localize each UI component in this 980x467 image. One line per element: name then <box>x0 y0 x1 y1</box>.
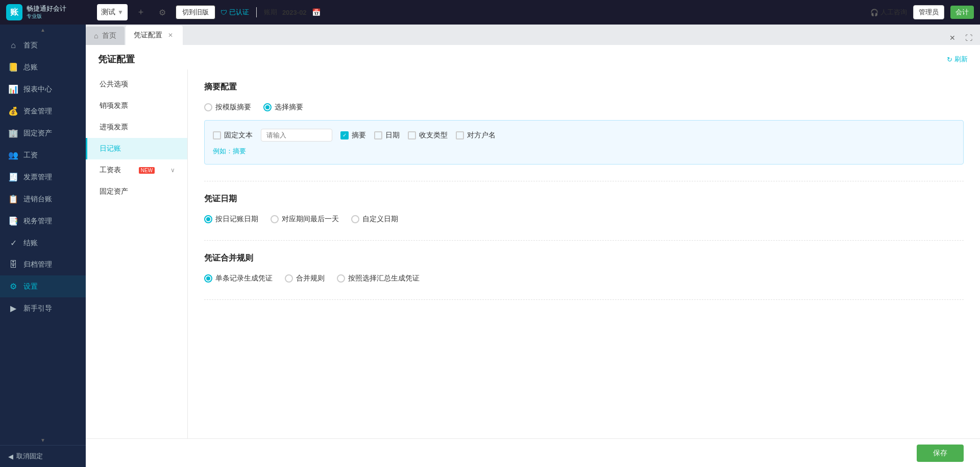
admin-button[interactable]: 管理员 <box>913 5 944 19</box>
fixed-text-input[interactable] <box>261 129 332 142</box>
period-value: 2023-02 <box>282 9 307 16</box>
date-radio-custom-label: 自定义日期 <box>362 215 398 224</box>
logo-area: 账 畅捷通好会计 专业版 <box>6 4 92 20</box>
main-layout: ▲ ⌂ 首页 📒 总账 📊 报表中心 💰 资金管理 🏢 固定资产 <box>0 25 980 467</box>
logo-text: 畅捷通好会计 <box>27 5 66 13</box>
ledger-icon: 📒 <box>8 62 18 72</box>
tabs-actions: ✕ ⛶ <box>941 31 980 45</box>
page-content: 凭证配置 ↻ 刷新 公共选项 销项发票 进项发票 日记账 工资表 <box>86 45 980 467</box>
summary-radio-template-circle <box>204 103 212 111</box>
summary-radio-group: 按模版摘要 选择摘要 <box>204 103 964 112</box>
sidebar-item-reports[interactable]: 📊 报表中心 <box>0 78 86 100</box>
tab-home[interactable]: ⌂ 首页 <box>86 27 125 45</box>
sidebar-item-home[interactable]: ⌂ 首页 <box>0 35 86 56</box>
expand-tab-action[interactable]: ⛶ <box>962 31 976 45</box>
sidebar: ▲ ⌂ 首页 📒 总账 📊 报表中心 💰 资金管理 🏢 固定资产 <box>0 25 86 467</box>
example-value: 摘要 <box>233 147 246 155</box>
consult-button[interactable]: 🎧 人工咨询 <box>870 8 907 17</box>
save-button[interactable]: 保存 <box>917 445 964 462</box>
project-name: 测试 <box>101 8 115 17</box>
date-radio-custom[interactable]: 自定义日期 <box>351 215 398 224</box>
summary-checkbox-label: 摘要 <box>352 131 366 140</box>
summary-radio-select[interactable]: 选择摘要 <box>263 103 303 112</box>
cancel-fixed-button[interactable]: ◀ 取消固定 <box>8 452 78 461</box>
date-radio-last-day-label: 对应期间最后一天 <box>282 215 339 224</box>
nav-payroll-row: 工资表 NEW ∨ <box>100 166 175 175</box>
old-version-button[interactable]: 切到旧版 <box>176 5 215 19</box>
sidebar-scroll-down[interactable]: ▼ <box>0 435 86 445</box>
counterparty-checkbox[interactable]: 对方户名 <box>456 131 496 140</box>
merge-radio-rules[interactable]: 合并规则 <box>285 274 325 283</box>
sidebar-label-ledger: 总账 <box>23 63 38 72</box>
certified-badge: 🛡 已认证 <box>220 8 249 17</box>
merge-title: 凭证合并规则 <box>204 253 964 264</box>
payroll-icon: 👥 <box>8 150 18 160</box>
sidebar-item-tax[interactable]: 📑 税务管理 <box>0 210 86 232</box>
sidebar-scroll-up[interactable]: ▲ <box>0 25 86 35</box>
cancel-fixed-label: 取消固定 <box>16 452 43 461</box>
date-radio-last-day[interactable]: 对应期间最后一天 <box>271 215 339 224</box>
sales-icon: 📋 <box>8 194 18 204</box>
certified-label: 已认证 <box>229 8 249 17</box>
config-nav-public[interactable]: 公共选项 <box>86 74 187 95</box>
config-nav-fixed-assets[interactable]: 固定资产 <box>86 181 187 202</box>
content-area: ⌂ 首页 凭证配置 ✕ ✕ ⛶ 凭证配置 ↻ 刷新 <box>86 25 980 467</box>
tab-voucher-config[interactable]: 凭证配置 ✕ <box>126 26 183 45</box>
sidebar-item-archive[interactable]: 🗄 归档管理 <box>0 254 86 275</box>
new-badge: NEW <box>139 167 155 174</box>
add-button[interactable]: + <box>133 4 149 20</box>
date-radio-group: 按日记账日期 对应期间最后一天 自定义日期 <box>204 215 964 224</box>
refresh-icon: ↻ <box>947 56 952 63</box>
date-title: 凭证日期 <box>204 194 964 204</box>
header-separator <box>256 7 257 17</box>
payroll-nav-label: 工资表 <box>100 166 121 175</box>
merge-radio-single[interactable]: 单条记录生成凭证 <box>204 274 273 283</box>
header-project[interactable]: 测试 ▼ <box>97 4 128 20</box>
summary-radio-template-label: 按模版摘要 <box>215 103 251 112</box>
top-header: 账 畅捷通好会计 专业版 测试 ▼ + ⚙ 切到旧版 🛡 已认证 账期 2023… <box>0 0 980 25</box>
guide-icon: ▶ <box>8 303 18 313</box>
calendar-icon[interactable]: 📅 <box>312 8 321 16</box>
payroll-chevron-icon: ∨ <box>170 167 175 174</box>
gear-icon[interactable]: ⚙ <box>154 4 170 20</box>
date-checkbox-box <box>374 131 382 139</box>
config-nav-journal[interactable]: 日记账 <box>86 138 187 159</box>
sidebar-item-assets[interactable]: 🏢 固定资产 <box>0 122 86 144</box>
archive-icon: 🗄 <box>8 260 18 269</box>
sidebar-item-payroll[interactable]: 👥 工资 <box>0 144 86 166</box>
sidebar-label-home: 首页 <box>23 41 38 50</box>
income-type-checkbox-box <box>408 131 416 139</box>
income-type-checkbox[interactable]: 收支类型 <box>408 131 448 140</box>
sidebar-item-close[interactable]: ✓ 结账 <box>0 232 86 254</box>
close-tab-action[interactable]: ✕ <box>945 31 960 45</box>
date-checkbox[interactable]: 日期 <box>374 131 400 140</box>
tab-close-button[interactable]: ✕ <box>166 31 175 39</box>
config-nav-purchase-invoice[interactable]: 进项发票 <box>86 116 187 138</box>
date-radio-journal-circle <box>204 215 212 223</box>
date-radio-journal[interactable]: 按日记账日期 <box>204 215 258 224</box>
merge-radio-rules-label: 合并规则 <box>296 274 325 283</box>
sidebar-item-invoice[interactable]: 🧾 发票管理 <box>0 166 86 188</box>
date-radio-last-day-circle <box>271 215 279 223</box>
date-radio-custom-circle <box>351 215 359 223</box>
refresh-label: 刷新 <box>954 55 968 64</box>
merge-radio-summary-circle <box>337 274 345 283</box>
config-nav-sales-invoice[interactable]: 销项发票 <box>86 95 187 116</box>
sidebar-item-ledger[interactable]: 📒 总账 <box>0 56 86 78</box>
counterparty-checkbox-box <box>456 131 464 139</box>
sidebar-item-sales[interactable]: 📋 进销台账 <box>0 188 86 210</box>
config-nav-payroll-sheet[interactable]: 工资表 NEW ∨ <box>86 159 187 181</box>
merge-radio-summary[interactable]: 按照选择汇总生成凭证 <box>337 274 420 283</box>
summary-checkbox[interactable]: ✓ 摘要 <box>340 131 366 140</box>
close-books-icon: ✓ <box>8 238 18 248</box>
accountant-button[interactable]: 会计 <box>950 6 974 19</box>
reports-icon: 📊 <box>8 84 18 94</box>
summary-radio-select-circle <box>263 103 272 111</box>
summary-radio-template[interactable]: 按模版摘要 <box>204 103 251 112</box>
sidebar-item-settings[interactable]: ⚙ 设置 <box>0 275 86 297</box>
sidebar-item-guide[interactable]: ▶ 新手引导 <box>0 297 86 319</box>
refresh-button[interactable]: ↻ 刷新 <box>947 55 968 64</box>
config-layout: 公共选项 销项发票 进项发票 日记账 工资表 NEW ∨ 固定资产 <box>86 69 980 438</box>
sidebar-item-funds[interactable]: 💰 资金管理 <box>0 100 86 122</box>
fixed-text-checkbox[interactable]: 固定文本 <box>213 131 253 140</box>
